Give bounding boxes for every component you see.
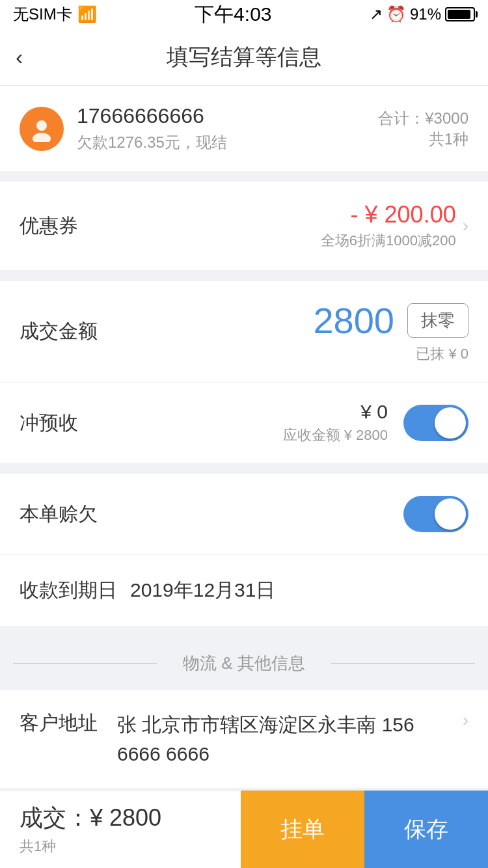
svg-point-1 — [33, 133, 51, 142]
amount-number: 2800 — [313, 299, 394, 342]
total-label: 合计：¥3000 — [378, 108, 468, 129]
page-title: 填写结算等信息 — [167, 42, 321, 72]
bottom-count: 共1种 — [20, 837, 221, 856]
coupon-desc: 全场6折满1000减200 — [321, 231, 456, 251]
amount-row: 成交金额 2800 抹零 已抹 ¥ 0 — [0, 281, 488, 383]
prepay-label: 冲预收 — [20, 410, 78, 437]
due-date-row: 收款到期日 2019年12月31日 — [0, 555, 488, 626]
due-date-value: 2019年12月31日 — [130, 577, 275, 604]
due-date-label: 收款到期日 — [20, 577, 117, 604]
bottom-deal: 成交：¥ 2800 — [20, 802, 221, 834]
logistics-divider: 物流 & 其他信息 — [0, 636, 488, 690]
gray-divider-3 — [0, 626, 488, 636]
status-bar: 无SIM卡 📶 下午4:03 ↗ ⏰ 91% — [0, 0, 488, 29]
address-label: 客户地址 — [20, 710, 98, 737]
svg-point-0 — [36, 120, 47, 131]
logistics-line-right — [331, 663, 475, 664]
round-button[interactable]: 抹零 — [407, 303, 468, 338]
bottom-amount: ¥ 2800 — [90, 804, 161, 831]
arrears-toggle[interactable] — [403, 496, 468, 532]
customer-card: 17666666666 欠款1276.35元，现结 合计：¥3000 共1种 — [0, 86, 488, 171]
alarm-icon: ⏰ — [386, 5, 406, 23]
toggle-knob — [435, 407, 466, 439]
gray-divider-2 — [0, 463, 488, 474]
logistics-line-left — [13, 663, 157, 664]
arrears-label: 本单赊欠 — [20, 501, 98, 528]
status-right: ↗ ⏰ 91% — [370, 5, 475, 23]
coupon-amount: - ¥ 200.00 — [321, 201, 456, 228]
amount-sub: 已抹 ¥ 0 — [416, 344, 468, 364]
logistics-text: 物流 & 其他信息 — [170, 652, 318, 675]
nav-bar: ‹ 填写结算等信息 — [0, 29, 488, 86]
content: 17666666666 欠款1276.35元，现结 合计：¥3000 共1种 优… — [0, 86, 488, 868]
prepay-row: 冲预收 ¥ 0 应收金额 ¥ 2800 — [0, 383, 488, 463]
bottom-summary: 成交：¥ 2800 共1种 — [0, 802, 241, 856]
prepay-sub: 应收金额 ¥ 2800 — [283, 426, 388, 445]
status-left: 无SIM卡 📶 — [13, 4, 97, 25]
coupon-row[interactable]: 优惠券 - ¥ 200.00 全场6折满1000减200 › — [0, 182, 488, 271]
save-button[interactable]: 保存 — [364, 791, 488, 869]
customer-phone: 17666666666 — [77, 104, 227, 128]
bottom-bar: 成交：¥ 2800 共1种 挂单 保存 — [0, 790, 488, 868]
customer-info: 17666666666 欠款1276.35元，现结 — [77, 104, 227, 153]
prepay-right: ¥ 0 应收金额 ¥ 2800 — [283, 401, 388, 445]
battery-percent: 91% — [410, 5, 441, 23]
arrears-row: 本单赊欠 — [0, 474, 488, 554]
back-button[interactable]: ‹ — [16, 44, 23, 70]
gray-divider-1 — [0, 271, 488, 281]
arrears-toggle-knob — [435, 498, 466, 530]
wifi-icon: 📶 — [77, 5, 97, 23]
prepay-amount: ¥ 0 — [283, 401, 388, 423]
location-icon: ↗ — [370, 5, 383, 23]
chevron-right-icon: › — [463, 215, 468, 236]
hold-button[interactable]: 挂单 — [241, 791, 364, 869]
amount-right: 2800 抹零 — [313, 299, 468, 342]
address-value: 张 北京市市辖区海淀区永丰南 156 6666 6666 — [117, 710, 456, 768]
carrier-text: 无SIM卡 — [13, 4, 72, 25]
avatar — [20, 107, 64, 151]
customer-right: 合计：¥3000 共1种 — [378, 108, 468, 150]
coupon-label: 优惠券 — [20, 213, 78, 239]
amount-section: 成交金额 2800 抹零 已抹 ¥ 0 冲预收 ¥ 0 应收金额 ¥ 2800 — [0, 281, 488, 463]
status-time: 下午4:03 — [195, 1, 271, 28]
customer-left: 17666666666 欠款1276.35元，现结 — [20, 104, 227, 153]
amount-label: 成交金额 — [20, 318, 98, 345]
customer-debt: 欠款1276.35元，现结 — [77, 132, 227, 153]
address-chevron-icon: › — [463, 710, 468, 731]
total-count: 共1种 — [378, 129, 468, 150]
address-row[interactable]: 客户地址 张 北京市市辖区海淀区永丰南 156 6666 6666 › — [0, 690, 488, 788]
battery-icon — [445, 7, 475, 21]
prepay-toggle[interactable] — [403, 405, 468, 441]
